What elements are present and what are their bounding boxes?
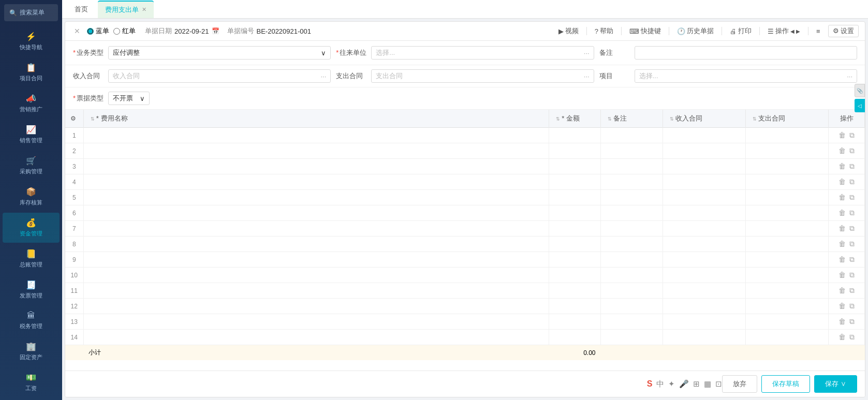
copy-icon[interactable]: ⧉ <box>849 209 855 217</box>
cell-amount[interactable] <box>549 283 601 299</box>
delete-icon[interactable]: 🗑 <box>838 240 846 248</box>
copy-icon[interactable]: ⧉ <box>849 193 855 201</box>
cell-amount[interactable] <box>549 314 601 330</box>
grid-icon[interactable]: ⊞ <box>693 379 700 389</box>
cell-income-contract[interactable] <box>663 128 746 143</box>
copy-icon[interactable]: ⧉ <box>849 302 855 310</box>
delete-icon[interactable]: 🗑 <box>838 131 846 139</box>
cell-income-contract[interactable] <box>663 205 746 221</box>
cell-remark[interactable] <box>601 299 663 314</box>
radio-blue[interactable]: 蓝单 <box>87 26 109 36</box>
cell-income-contract[interactable] <box>663 190 746 205</box>
save-draft-button[interactable]: 保存草稿 <box>761 375 810 393</box>
cell-expense-name[interactable] <box>83 143 549 159</box>
cell-income-contract[interactable] <box>663 330 746 345</box>
close-doc-icon[interactable]: ✕ <box>71 27 83 35</box>
cell-expense-contract[interactable] <box>746 283 829 299</box>
delete-icon[interactable]: 🗑 <box>838 317 846 325</box>
cell-expense-contract[interactable] <box>746 128 829 143</box>
print-btn[interactable]: 🖨 打印 <box>727 25 754 37</box>
cell-expense-name[interactable] <box>83 190 549 205</box>
copy-icon[interactable]: ⧉ <box>849 317 855 325</box>
side-panel-icon2[interactable]: ◁ <box>855 99 865 112</box>
cell-expense-name[interactable] <box>83 299 549 314</box>
cell-amount[interactable] <box>549 128 601 143</box>
cell-expense-name[interactable] <box>83 268 549 283</box>
cell-expense-name[interactable] <box>83 205 549 221</box>
radio-red[interactable]: 红单 <box>113 26 136 36</box>
cell-remark[interactable] <box>601 205 663 221</box>
delete-icon[interactable]: 🗑 <box>838 162 846 170</box>
copy-icon[interactable]: ⧉ <box>849 271 855 279</box>
sidebar-item-invoice-mgmt[interactable]: 🧾 发票管理 <box>3 275 60 305</box>
cell-remark[interactable] <box>601 190 663 205</box>
sidebar-item-quick-nav[interactable]: ⚡ 快捷导航 <box>3 26 60 56</box>
cell-expense-contract[interactable] <box>746 236 829 252</box>
cell-expense-name[interactable] <box>83 283 549 299</box>
cell-expense-contract[interactable] <box>746 174 829 190</box>
sidebar-search[interactable]: 🔍 搜索菜单 <box>4 4 58 21</box>
settings-btn[interactable]: ⚙ 设置 <box>828 25 859 37</box>
table-icon[interactable]: ▦ <box>704 379 711 389</box>
cell-expense-contract[interactable] <box>746 268 829 283</box>
mic-icon[interactable]: 🎤 <box>679 379 689 389</box>
cell-amount[interactable] <box>549 268 601 283</box>
sidebar-item-project-contract[interactable]: 📋 项目合同 <box>3 57 60 87</box>
tab-home[interactable]: 首页 <box>67 1 95 18</box>
discard-button[interactable]: 放弃 <box>722 375 757 393</box>
cell-remark[interactable] <box>601 128 663 143</box>
operations-btn[interactable]: ☰ 操作 ◀ ▶ <box>765 25 803 37</box>
copy-icon[interactable]: ⧉ <box>849 162 855 170</box>
cell-remark[interactable] <box>601 174 663 190</box>
video-btn[interactable]: ▶ 视频 <box>556 25 581 37</box>
cell-income-contract[interactable] <box>663 143 746 159</box>
cell-expense-contract[interactable] <box>746 252 829 268</box>
cell-amount[interactable] <box>549 236 601 252</box>
cell-remark[interactable] <box>601 283 663 299</box>
help-btn[interactable]: ? 帮助 <box>592 25 616 37</box>
cell-expense-name[interactable] <box>83 174 549 190</box>
cell-remark[interactable] <box>601 236 663 252</box>
tab-close-icon[interactable]: ✕ <box>142 6 146 13</box>
invoice-type-input[interactable]: 不开票 ∨ <box>108 92 150 105</box>
cell-expense-contract[interactable] <box>746 330 829 345</box>
cell-expense-contract[interactable] <box>746 190 829 205</box>
cell-expense-contract[interactable] <box>746 314 829 330</box>
delete-icon[interactable]: 🗑 <box>838 271 846 279</box>
cell-income-contract[interactable] <box>663 299 746 314</box>
delete-icon[interactable]: 🗑 <box>838 209 846 217</box>
copy-icon[interactable]: ⧉ <box>849 177 855 186</box>
cell-remark[interactable] <box>601 159 663 174</box>
delete-icon[interactable]: 🗑 <box>838 224 846 232</box>
cell-amount[interactable] <box>549 221 601 236</box>
cell-amount[interactable] <box>549 299 601 314</box>
delete-icon[interactable]: 🗑 <box>838 302 846 310</box>
calendar-icon[interactable]: 📅 <box>212 27 219 35</box>
chinese-icon[interactable]: 中 <box>656 379 664 389</box>
copy-icon[interactable]: ⧉ <box>849 255 855 263</box>
cell-expense-name[interactable] <box>83 236 549 252</box>
history-btn[interactable]: 🕐 历史单据 <box>674 25 716 37</box>
sidebar-item-payroll[interactable]: 💵 工资 <box>3 367 60 397</box>
sidebar-item-ledger-mgmt[interactable]: 📒 总账管理 <box>3 244 60 274</box>
remark-input[interactable] <box>635 46 857 60</box>
business-type-input[interactable]: 应付调整 ∨ <box>108 46 331 60</box>
cell-income-contract[interactable] <box>663 174 746 190</box>
sidebar-item-tax-mgmt[interactable]: 🏛 税务管理 <box>3 306 60 335</box>
cell-remark[interactable] <box>601 314 663 330</box>
sidebar-item-capital-mgmt[interactable]: 💰 资金管理 <box>3 213 60 243</box>
cell-income-contract[interactable] <box>663 252 746 268</box>
partner-input[interactable]: 选择... ··· <box>371 46 594 60</box>
cell-expense-name[interactable] <box>83 330 549 345</box>
copy-icon[interactable]: ⧉ <box>849 286 855 294</box>
cell-amount[interactable] <box>549 143 601 159</box>
cell-expense-name[interactable] <box>83 128 549 143</box>
sidebar-item-sales-mgmt[interactable]: 📈 销售管理 <box>3 120 60 150</box>
cell-remark[interactable] <box>601 143 663 159</box>
cell-amount[interactable] <box>549 159 601 174</box>
cell-expense-contract[interactable] <box>746 299 829 314</box>
cell-income-contract[interactable] <box>663 314 746 330</box>
cell-remark[interactable] <box>601 330 663 345</box>
cell-expense-name[interactable] <box>83 159 549 174</box>
copy-icon[interactable]: ⧉ <box>849 333 855 341</box>
